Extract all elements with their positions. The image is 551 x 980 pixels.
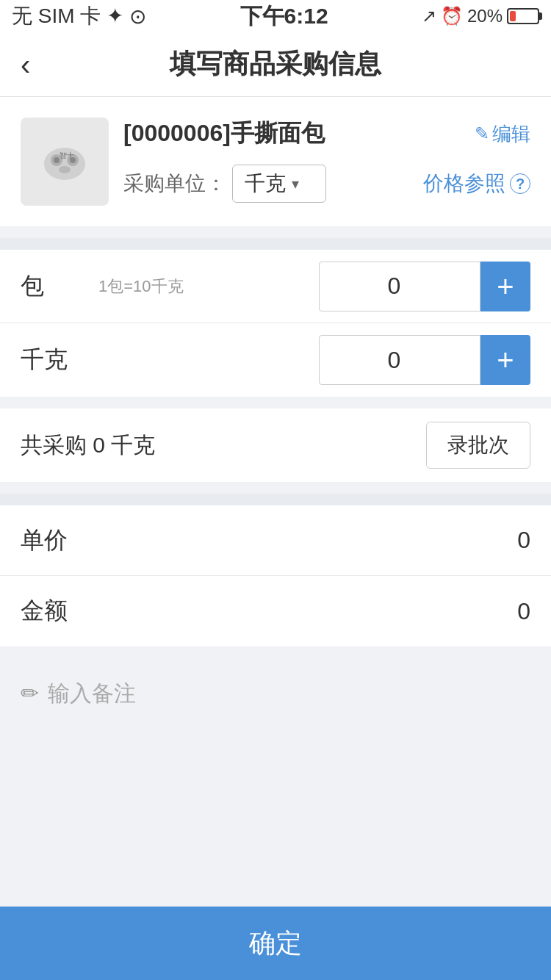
kg-plus-button[interactable]: + — [480, 335, 530, 385]
separator-2 — [0, 494, 551, 505]
page-title: 填写商品采购信息 — [170, 46, 381, 82]
help-icon: ? — [510, 173, 530, 194]
no-sim-label: 无 SIM 卡 ✦ — [12, 2, 123, 30]
bao-label: 包 — [21, 270, 94, 303]
summary-text: 共采购 0 千克 — [21, 430, 155, 461]
bao-plus-button[interactable]: + — [480, 262, 530, 311]
back-button[interactable]: ‹ — [21, 50, 30, 79]
confirm-label: 确定 — [249, 926, 302, 962]
pencil-icon: ✏ — [21, 680, 39, 706]
edit-icon: ✎ — [475, 123, 489, 144]
chevron-down-icon: ▾ — [292, 175, 299, 192]
product-name-row: [0000006]手撕面包 ✎ 编辑 — [123, 118, 530, 150]
price-ref-button[interactable]: 价格参照 ? — [423, 170, 530, 198]
amount-value: 0 — [517, 598, 530, 625]
unit-value: 千克 — [245, 170, 286, 198]
summary-section: 共采购 0 千克 录批次 — [0, 408, 551, 482]
bao-sublabel: 1包=10千克 — [98, 275, 319, 298]
unit-dropdown[interactable]: 千克 ▾ — [232, 165, 326, 203]
svg-point-5 — [59, 166, 71, 173]
main-content: 智十 [0000006]手撕面包 ✎ 编辑 采购单位： 千克 ▾ — [0, 97, 551, 907]
kg-input[interactable] — [319, 335, 480, 385]
product-card: 智十 [0000006]手撕面包 ✎ 编辑 采购单位： 千克 ▾ — [0, 97, 551, 226]
kg-input-row: 千克 + — [0, 323, 551, 397]
svg-point-3 — [54, 157, 60, 163]
unit-price-value: 0 — [517, 527, 530, 554]
unit-row: 采购单位： 千克 ▾ 价格参照 ? — [123, 165, 530, 203]
product-name: [0000006]手撕面包 — [123, 118, 325, 150]
wifi-icon: ⊙ — [129, 4, 146, 29]
unit-left: 采购单位： 千克 ▾ — [123, 165, 326, 203]
detail-section: 单价 0 金额 0 — [0, 505, 551, 646]
status-right: ↗ ⏰ 20% — [422, 6, 539, 26]
product-logo: 智十 — [35, 140, 94, 184]
bao-input[interactable] — [319, 262, 480, 311]
remark-section[interactable]: ✏ 输入备注 — [0, 658, 551, 776]
edit-button[interactable]: ✎ 编辑 — [475, 121, 530, 147]
batch-button[interactable]: 录批次 — [426, 422, 530, 469]
input-section: 包 1包=10千克 + 千克 + — [0, 250, 551, 397]
product-thumbnail: 智十 — [21, 118, 109, 206]
unit-label: 采购单位： — [123, 170, 226, 198]
unit-price-row: 单价 0 — [0, 505, 551, 576]
battery-icon — [507, 8, 539, 24]
unit-price-label: 单价 — [21, 525, 68, 557]
status-bar: 无 SIM 卡 ✦ ⊙ 下午6:12 ↗ ⏰ 20% — [0, 0, 551, 32]
separator-1 — [0, 238, 551, 250]
amount-row: 金额 0 — [0, 576, 551, 646]
alarm-icon: ⏰ — [441, 6, 463, 26]
product-info: [0000006]手撕面包 ✎ 编辑 采购单位： 千克 ▾ 价格参照 ? — [123, 118, 530, 203]
battery-fill — [510, 11, 516, 21]
bao-input-wrap: + — [319, 262, 530, 311]
bao-input-row: 包 1包=10千克 + — [0, 250, 551, 323]
location-icon: ↗ — [422, 6, 436, 26]
svg-text:智十: 智十 — [60, 151, 74, 159]
battery-pct: 20% — [467, 6, 503, 26]
edit-label: 编辑 — [492, 121, 530, 147]
remark-placeholder: 输入备注 — [48, 679, 136, 709]
nav-bar: ‹ 填写商品采购信息 — [0, 32, 551, 97]
confirm-button[interactable]: 确定 — [0, 907, 551, 980]
kg-input-wrap: + — [319, 335, 530, 385]
status-left: 无 SIM 卡 ✦ ⊙ — [12, 2, 146, 30]
status-time: 下午6:12 — [240, 1, 328, 32]
kg-label: 千克 — [21, 344, 94, 376]
amount-label: 金额 — [21, 595, 68, 627]
price-ref-label: 价格参照 — [423, 170, 505, 198]
